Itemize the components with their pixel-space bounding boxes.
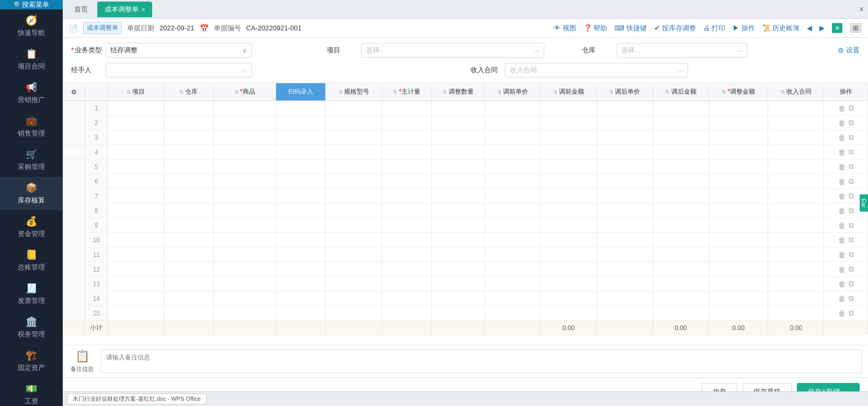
row-before-amount-4[interactable]	[541, 145, 597, 160]
row-after-amount-15[interactable]	[653, 306, 709, 321]
row-scan-11[interactable]	[276, 247, 325, 262]
row-adj-amount-11[interactable]	[709, 247, 768, 262]
row-adj-amount-8[interactable]	[709, 204, 768, 218]
row-after-price-1[interactable]	[597, 101, 653, 116]
row-adj-qty-9[interactable]	[431, 218, 484, 233]
tab-close-cost-adjust[interactable]: ×	[142, 6, 145, 13]
row-unit-4[interactable]	[382, 145, 431, 160]
row-before-price-4[interactable]	[485, 145, 541, 160]
row-product-5[interactable]	[213, 160, 276, 174]
row-warehouse-11[interactable]	[164, 247, 213, 262]
row-income-contract-3[interactable]	[768, 130, 824, 145]
row-product-9[interactable]	[213, 218, 276, 233]
row-scan-4[interactable]	[276, 145, 325, 160]
row-delete-10[interactable]: 🗑	[838, 236, 846, 244]
row-unit-14[interactable]	[382, 291, 431, 306]
row-unit-13[interactable]	[382, 277, 431, 291]
right-mini-btn[interactable]: Ear	[860, 194, 868, 211]
row-adj-amount-6[interactable]	[709, 174, 768, 189]
row-copy-7[interactable]: ⧉	[849, 191, 854, 200]
tab-cost-adjust[interactable]: 成本调整单×	[97, 2, 152, 17]
row-before-price-2[interactable]	[485, 116, 541, 130]
row-after-price-15[interactable]	[597, 306, 653, 321]
row-after-price-14[interactable]	[597, 291, 653, 306]
row-income-contract-12[interactable]	[768, 262, 824, 277]
row-income-contract-15[interactable]	[768, 306, 824, 321]
row-unit-15[interactable]	[382, 306, 431, 321]
row-scan-7[interactable]	[276, 189, 325, 204]
row-copy-1[interactable]: ⧉	[849, 104, 854, 112]
row-adj-qty-12[interactable]	[431, 262, 484, 277]
row-spec-1[interactable]	[326, 101, 382, 116]
row-scan-14[interactable]	[276, 291, 325, 306]
row-product-11[interactable]	[213, 247, 276, 262]
row-before-amount-12[interactable]	[541, 262, 597, 277]
row-warehouse-3[interactable]	[164, 130, 213, 145]
row-project-8[interactable]	[108, 204, 164, 218]
row-project-9[interactable]	[108, 218, 164, 233]
col-product[interactable]: ⇅ *商品	[213, 83, 276, 101]
row-copy-2[interactable]: ⧉	[849, 118, 854, 127]
shortcut-btn[interactable]: ⌨ 快捷键	[614, 24, 647, 33]
row-before-price-6[interactable]	[485, 174, 541, 189]
row-copy-13[interactable]: ⧉	[849, 279, 854, 288]
row-warehouse-14[interactable]	[164, 291, 213, 306]
row-unit-10[interactable]	[382, 233, 431, 247]
row-income-contract-2[interactable]	[768, 116, 824, 130]
row-product-12[interactable]	[213, 262, 276, 277]
row-adj-amount-14[interactable]	[709, 291, 768, 306]
row-unit-7[interactable]	[382, 189, 431, 204]
row-adj-qty-2[interactable]	[431, 116, 484, 130]
row-project-3[interactable]	[108, 130, 164, 145]
row-adj-qty-7[interactable]	[431, 189, 484, 204]
row-unit-1[interactable]	[382, 101, 431, 116]
row-adj-qty-14[interactable]	[431, 291, 484, 306]
col-after-amount[interactable]: ⇅ 调后金额	[653, 83, 709, 101]
row-after-amount-7[interactable]	[653, 189, 709, 204]
row-adj-amount-9[interactable]	[709, 218, 768, 233]
row-product-6[interactable]	[213, 174, 276, 189]
row-warehouse-4[interactable]	[164, 145, 213, 160]
row-adj-qty-6[interactable]	[431, 174, 484, 189]
sidebar-search[interactable]: 🔍 搜索菜单	[0, 0, 63, 9]
sidebar-item-tax-mgmt[interactable]: 🏛️ 税务管理	[0, 311, 63, 344]
row-delete-2[interactable]: 🗑	[838, 119, 846, 127]
row-after-price-10[interactable]	[597, 233, 653, 247]
row-after-amount-1[interactable]	[653, 101, 709, 116]
col-unit[interactable]: ⇅ *主计量	[382, 83, 431, 101]
row-project-12[interactable]	[108, 262, 164, 277]
row-product-3[interactable]	[213, 130, 276, 145]
remarks-input[interactable]	[100, 349, 862, 373]
row-income-contract-4[interactable]	[768, 145, 824, 160]
row-product-1[interactable]	[213, 101, 276, 116]
row-unit-12[interactable]	[382, 262, 431, 277]
row-warehouse-12[interactable]	[164, 262, 213, 277]
row-after-price-8[interactable]	[597, 204, 653, 218]
sidebar-item-fixed-assets[interactable]: 🏗️ 固定资产	[0, 344, 63, 378]
row-after-price-7[interactable]	[597, 189, 653, 204]
row-before-price-10[interactable]	[485, 233, 541, 247]
row-copy-12[interactable]: ⧉	[849, 265, 854, 274]
row-adj-amount-13[interactable]	[709, 277, 768, 291]
row-before-price-12[interactable]	[485, 262, 541, 277]
row-after-price-12[interactable]	[597, 262, 653, 277]
row-after-price-9[interactable]	[597, 218, 653, 233]
row-adj-amount-4[interactable]	[709, 145, 768, 160]
row-warehouse-9[interactable]	[164, 218, 213, 233]
view-btn[interactable]: 👁 视图	[554, 24, 576, 33]
income-contract-input[interactable]: 收入合同 ···	[505, 63, 688, 77]
row-product-4[interactable]	[213, 145, 276, 160]
row-adj-qty-4[interactable]	[431, 145, 484, 160]
row-scan-5[interactable]	[276, 160, 325, 174]
row-product-8[interactable]	[213, 204, 276, 218]
row-scan-15[interactable]	[276, 306, 325, 321]
row-spec-11[interactable]	[326, 247, 382, 262]
col-before-amount[interactable]: ⇅ 调前金额	[541, 83, 597, 101]
col-project[interactable]: ⇅ 项目	[108, 83, 164, 101]
row-spec-6[interactable]	[326, 174, 382, 189]
row-after-amount-9[interactable]	[653, 218, 709, 233]
settings-btn[interactable]: ⚙ 设置	[838, 46, 860, 55]
row-before-price-9[interactable]	[485, 218, 541, 233]
row-project-4[interactable]	[108, 145, 164, 160]
sidebar-item-funds-mgmt[interactable]: 💰 资金管理	[0, 210, 63, 244]
